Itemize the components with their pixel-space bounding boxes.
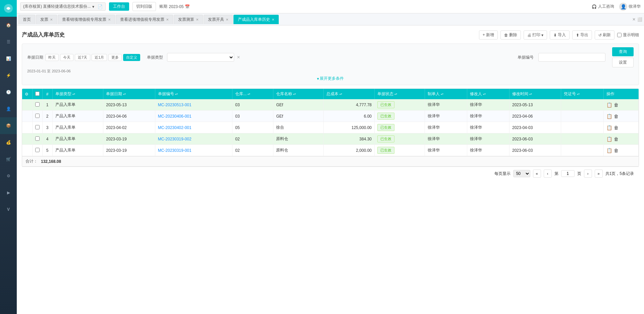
next-page-button[interactable]: › bbox=[584, 170, 592, 178]
col-whcode-sort[interactable]: ▴▾ bbox=[248, 92, 250, 96]
row-edit-icon-4[interactable]: 📋 bbox=[606, 148, 612, 153]
app-title-text: (库存核算) 直播轻捷通信息技术股份... bbox=[23, 4, 91, 9]
tab-maximize-icon[interactable]: ⬜ bbox=[637, 17, 642, 22]
row-delete-icon-2[interactable]: 🗑 bbox=[614, 125, 619, 130]
col-cost-sort[interactable]: ▴▾ bbox=[339, 92, 342, 96]
sidebar-item-home[interactable]: 🏠 bbox=[0, 17, 17, 34]
column-settings-icon[interactable]: ⚙ bbox=[25, 92, 29, 97]
col-doctype-sort[interactable]: ▴▾ bbox=[72, 92, 75, 96]
row-select-3[interactable] bbox=[35, 136, 40, 141]
new-button[interactable]: + 新增 bbox=[479, 30, 498, 40]
row-docno-link-3[interactable]: MC-20230319-002 bbox=[158, 137, 192, 141]
row-docdate-4: 2023-03-19 bbox=[103, 145, 155, 156]
doctype-clear-icon[interactable]: ✕ bbox=[237, 55, 240, 60]
col-whname-sort[interactable]: ▴▾ bbox=[293, 92, 296, 96]
row-edit-icon-3[interactable]: 📋 bbox=[606, 136, 612, 142]
sidebar-item-v[interactable]: V bbox=[0, 201, 17, 218]
tab-view-sale-vat[interactable]: 查看销项增值税专用发票 ✕ bbox=[58, 15, 115, 24]
row-delete-icon-1[interactable]: 🗑 bbox=[614, 114, 619, 119]
row-docno-link-2[interactable]: MC-20230402-001 bbox=[158, 125, 192, 130]
calendar-icon[interactable]: 📅 bbox=[185, 4, 190, 9]
doctype-select[interactable] bbox=[167, 53, 234, 62]
tab-invoice-calc-close[interactable]: ✕ bbox=[196, 18, 199, 21]
tab-invoice-calc[interactable]: 发票测算 ✕ bbox=[174, 15, 203, 24]
sidebar-item-play[interactable]: ▶ bbox=[0, 184, 17, 201]
export-button[interactable]: ⬆ 导出 bbox=[572, 30, 592, 40]
col-modtime-sort[interactable]: ▴▾ bbox=[529, 92, 532, 96]
row-select-0[interactable] bbox=[35, 102, 40, 107]
col-status-sort[interactable]: ▴▾ bbox=[394, 92, 397, 96]
row-docdate-2: 2023-04-02 bbox=[103, 122, 155, 133]
col-voucher-sort[interactable]: ▴▾ bbox=[577, 92, 580, 96]
tab-invoice-open[interactable]: 发票开具 ✕ bbox=[204, 15, 233, 24]
settings-button[interactable]: 设置 bbox=[612, 58, 634, 67]
row-delete-icon-3[interactable]: 🗑 bbox=[614, 136, 619, 142]
user-service[interactable]: 🎧 人工咨询 bbox=[592, 4, 614, 9]
col-docdate-sort[interactable]: ▴▾ bbox=[123, 92, 126, 96]
row-edit-icon-1[interactable]: 📋 bbox=[606, 114, 612, 119]
tab-product-inbound[interactable]: 产成品入库单历史 ✕ bbox=[233, 15, 279, 24]
sidebar-item-analysis[interactable]: ⚡ bbox=[0, 67, 17, 84]
select-all-checkbox[interactable] bbox=[35, 91, 40, 96]
sidebar-item-chart[interactable]: 📊 bbox=[0, 50, 17, 67]
docno-input[interactable] bbox=[538, 53, 605, 62]
row-cost-3: 384.30 bbox=[324, 133, 375, 145]
display-cols-checkbox[interactable] bbox=[617, 33, 622, 37]
sidebar-item-doc[interactable]: ☰ bbox=[0, 34, 17, 50]
row-delete-icon-4[interactable]: 🗑 bbox=[614, 148, 619, 153]
tab-home[interactable]: 首页 bbox=[18, 15, 35, 24]
col-docno-sort[interactable]: ▴▾ bbox=[175, 92, 178, 96]
row-voucher-2 bbox=[561, 122, 603, 133]
sidebar-item-person[interactable]: 👤 bbox=[0, 101, 17, 117]
tab-invoice-close[interactable]: ✕ bbox=[50, 18, 53, 21]
switch-button[interactable]: 切到旧版 bbox=[132, 2, 156, 11]
tab-invoice-open-close[interactable]: ✕ bbox=[226, 18, 228, 21]
row-select-4[interactable] bbox=[35, 148, 40, 152]
shortcut-custom[interactable]: 自定义 bbox=[123, 54, 140, 61]
expand-button[interactable]: ▾ 展开更多条件 bbox=[317, 76, 344, 81]
tab-product-inbound-close[interactable]: ✕ bbox=[272, 18, 274, 21]
last-page-button[interactable]: » bbox=[595, 170, 603, 178]
row-edit-icon-2[interactable]: 📋 bbox=[606, 125, 612, 130]
row-actions-1: 📋 🗑 bbox=[603, 111, 639, 122]
delete-button[interactable]: 🗑 删除 bbox=[500, 30, 521, 40]
page-size-select[interactable]: 50 100 200 bbox=[513, 170, 530, 177]
sidebar-item-inventory[interactable]: 📦 bbox=[0, 117, 17, 134]
page-number-input[interactable] bbox=[561, 170, 575, 177]
first-page-button[interactable]: « bbox=[533, 170, 541, 178]
sidebar-item-settings[interactable]: ⚙ bbox=[0, 168, 17, 184]
shortcut-1month[interactable]: 近1月 bbox=[92, 54, 107, 61]
query-button[interactable]: 查询 bbox=[612, 47, 634, 56]
app-title-dropdown-icon[interactable]: ▾ bbox=[92, 4, 94, 9]
shortcut-yesterday[interactable]: 昨天 bbox=[45, 54, 59, 61]
shortcut-more[interactable]: 更多 bbox=[108, 54, 122, 61]
tab-invoice[interactable]: 发票 ✕ bbox=[36, 15, 57, 24]
sidebar-item-finance[interactable]: 💰 bbox=[0, 134, 17, 151]
workbench-button[interactable]: 工作台 bbox=[109, 2, 129, 11]
import-button[interactable]: ⬇ 导入 bbox=[550, 30, 570, 40]
row-select-2[interactable] bbox=[35, 125, 40, 129]
row-docno-link-4[interactable]: MC-20230319-001 bbox=[158, 148, 192, 153]
shortcut-7days[interactable]: 近7天 bbox=[75, 54, 90, 61]
page-header: 产成品入库单历史 + 新增 🗑 删除 🖨 打印 ▾ ⬇ 导入 bbox=[22, 30, 639, 40]
refresh-button[interactable]: ↺ 刷新 bbox=[595, 30, 614, 40]
col-modifier-sort[interactable]: ▴▾ bbox=[483, 92, 486, 96]
print-button[interactable]: 🖨 打印 ▾ bbox=[524, 30, 547, 40]
row-edit-icon-0[interactable]: 📋 bbox=[606, 102, 612, 108]
row-select-1[interactable] bbox=[35, 114, 40, 118]
user-profile[interactable]: 👤 徐泽华 bbox=[619, 3, 641, 11]
prev-page-button[interactable]: ‹ bbox=[544, 170, 552, 178]
row-delete-icon-0[interactable]: 🗑 bbox=[614, 102, 619, 108]
shortcut-today[interactable]: 今天 bbox=[60, 54, 73, 61]
sidebar-item-clock[interactable]: 🕐 bbox=[0, 84, 17, 101]
row-modtime-4: 2023-06-03 bbox=[509, 145, 561, 156]
tab-view-purchase-vat-close[interactable]: ✕ bbox=[166, 18, 169, 21]
tab-close-all-icon[interactable]: ✕ bbox=[632, 17, 636, 22]
sidebar-item-cart[interactable]: 🛒 bbox=[0, 151, 17, 168]
row-docno-link-0[interactable]: MC-20230513-001 bbox=[158, 103, 192, 107]
row-docno-link-1[interactable]: MC-20230406-001 bbox=[158, 114, 192, 119]
tab-view-sale-vat-close[interactable]: ✕ bbox=[108, 18, 111, 21]
display-cols-check[interactable]: 显示明细 bbox=[617, 32, 639, 38]
col-creator-sort[interactable]: ▴▾ bbox=[441, 92, 443, 96]
tab-view-purchase-vat[interactable]: 查看进项增值税专用发票 ✕ bbox=[116, 15, 173, 24]
